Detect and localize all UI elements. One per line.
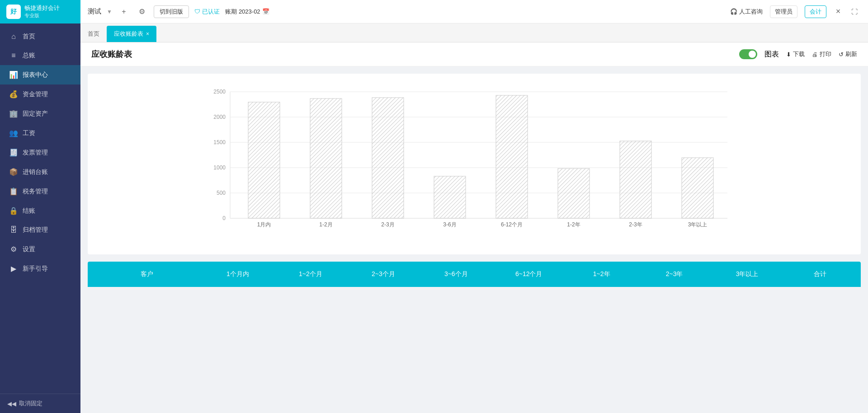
topbar-window-actions: × ⛶: [832, 5, 861, 18]
print-icon: 🖨: [812, 51, 818, 58]
chart-toggle[interactable]: [739, 49, 757, 59]
period-value: 2023-02: [239, 8, 260, 15]
topbar-right: 🎧 人工咨询 管理员 会计: [730, 5, 826, 18]
certified-label: 已认证: [202, 8, 220, 16]
chart-toggle-label: 图表: [764, 50, 779, 59]
close-window-button[interactable]: ×: [832, 5, 844, 18]
headset-icon: 🎧: [730, 8, 737, 15]
tab-home[interactable]: 首页: [80, 26, 107, 42]
nav-icon-assets: 🏢: [9, 109, 18, 118]
certified-badge: 🛡 已认证: [194, 8, 220, 16]
support-button[interactable]: 🎧 人工咨询: [730, 8, 763, 16]
nav-label-archive: 归档管理: [23, 226, 48, 234]
add-button[interactable]: +: [118, 5, 130, 18]
sidebar-item-invoice[interactable]: 🧾 发票管理: [0, 143, 80, 162]
bar-6-12月: [496, 95, 528, 218]
support-label: 人工咨询: [739, 8, 763, 16]
table-header-cell-4: 3~6个月: [420, 270, 492, 278]
aging-chart: 0 500 1000 1500 2000 2500 1月内: [97, 83, 852, 245]
sidebar-item-settings[interactable]: ⚙ 设置: [0, 239, 80, 259]
nav-label-settings: 设置: [23, 245, 35, 253]
sidebar-item-funds[interactable]: 💰 资金管理: [0, 84, 80, 104]
company-name: 测试: [88, 7, 101, 16]
table-header-cell-9: 合计: [783, 270, 856, 278]
bar-2-3月: [372, 98, 404, 218]
logo-area: 好 畅捷通好会计 专业版: [0, 0, 80, 23]
download-button[interactable]: ⬇ 下载: [786, 50, 805, 58]
table-header-cell-6: 1~2年: [565, 270, 638, 278]
print-button[interactable]: 🖨 打印: [812, 50, 831, 58]
tab-close-icon[interactable]: ×: [146, 31, 149, 37]
app-edition: 专业版: [24, 12, 60, 19]
expand-window-button[interactable]: ⛶: [848, 5, 861, 18]
download-icon: ⬇: [786, 51, 791, 58]
sidebar-item-ledger[interactable]: ≡ 总账: [0, 46, 80, 65]
shield-icon: 🛡: [194, 8, 200, 15]
sidebar: 好 畅捷通好会计 专业版 ⌂ 首页 ≡ 总账 📊 报表中心 💰 资金管理 🏢 固…: [0, 0, 80, 413]
svg-text:6-12个月: 6-12个月: [501, 221, 523, 228]
nav-icon-inventory: 📦: [9, 168, 18, 176]
nav-label-ledger: 总账: [23, 52, 35, 60]
table-header-cell-7: 2~3年: [638, 270, 711, 278]
sidebar-footer[interactable]: ◀◀ 取消固定: [0, 394, 80, 413]
sidebar-item-close[interactable]: 🔒 结账: [0, 201, 80, 221]
svg-text:0: 0: [222, 215, 226, 221]
print-label: 打印: [820, 50, 831, 58]
bar-1-2月: [310, 99, 342, 218]
nav-icon-invoice: 🧾: [9, 148, 18, 157]
svg-text:500: 500: [217, 190, 226, 196]
report-title: 应收账龄表: [91, 49, 132, 60]
role-button[interactable]: 会计: [805, 5, 826, 18]
nav-icon-ledger: ≡: [9, 52, 18, 60]
tab-home-label: 首页: [88, 30, 99, 38]
tab-aging-label: 应收账龄表: [114, 30, 143, 38]
table-header: 客户1个月内1~2个月2~3个月3~6个月6~12个月1~2年2~3年3年以上合…: [88, 262, 861, 287]
period-text-label: 账期: [225, 8, 237, 16]
logo-text: 畅捷通好会计 专业版: [24, 5, 60, 19]
sidebar-item-archive[interactable]: 🗄 归档管理: [0, 221, 80, 239]
svg-text:2000: 2000: [213, 114, 226, 120]
period-display: 账期 2023-02 📅: [225, 8, 269, 16]
table-header-cell-1: 1个月内: [201, 270, 274, 278]
nav-icon-funds: 💰: [9, 90, 18, 99]
nav-label-guide: 新手引导: [23, 265, 48, 273]
bar-3年以上: [682, 158, 713, 218]
svg-text:2-3年: 2-3年: [629, 221, 642, 228]
calendar-icon[interactable]: 📅: [262, 8, 269, 15]
nav-icon-close: 🔒: [9, 206, 18, 215]
svg-text:1-2月: 1-2月: [319, 221, 332, 228]
bar-1月内: [248, 102, 280, 218]
sidebar-item-payroll[interactable]: 👥 工资: [0, 123, 80, 143]
nav-label-inventory: 进销台账: [23, 168, 48, 176]
sidebar-item-guide[interactable]: ▶ 新手引导: [0, 259, 80, 278]
content-area: 应收账龄表 图表 ⬇ 下载 🖨 打印 ↺ 刷新: [80, 42, 868, 413]
nav-label-assets: 固定资产: [23, 110, 48, 118]
nav-label-payroll: 工资: [23, 129, 35, 137]
sidebar-item-tax[interactable]: 📋 税务管理: [0, 182, 80, 201]
refresh-label: 刷新: [845, 50, 857, 58]
nav-icon-archive: 🗄: [9, 226, 18, 234]
table-header-cell-2: 1~2个月: [274, 270, 347, 278]
company-dropdown-icon[interactable]: ▼: [107, 9, 112, 15]
nav-label-reports: 报表中心: [23, 71, 48, 79]
nav-label-close: 结账: [23, 207, 35, 215]
bar-2-3年: [620, 141, 651, 218]
svg-text:3年以上: 3年以上: [688, 221, 708, 228]
nav-icon-tax: 📋: [9, 187, 18, 196]
sidebar-item-reports[interactable]: 📊 报表中心: [0, 65, 80, 84]
refresh-button[interactable]: ↺ 刷新: [839, 50, 857, 58]
old-version-button[interactable]: 切到旧版: [154, 5, 189, 18]
settings-button[interactable]: ⚙: [136, 5, 148, 18]
chart-section: 0 500 1000 1500 2000 2500 1月内: [88, 74, 861, 254]
tab-aging[interactable]: 应收账龄表 ×: [107, 26, 156, 42]
report-header: 应收账龄表 图表 ⬇ 下载 🖨 打印 ↺ 刷新: [80, 42, 868, 66]
sidebar-item-assets[interactable]: 🏢 固定资产: [0, 104, 80, 123]
sidebar-item-inventory[interactable]: 📦 进销台账: [0, 162, 80, 182]
refresh-icon: ↺: [839, 51, 844, 58]
topbar: 测试 ▼ + ⚙ 切到旧版 🛡 已认证 账期 2023-02 📅 🎧 人工咨询 …: [80, 0, 868, 23]
main-area: 测试 ▼ + ⚙ 切到旧版 🛡 已认证 账期 2023-02 📅 🎧 人工咨询 …: [80, 0, 868, 413]
sidebar-item-home[interactable]: ⌂ 首页: [0, 27, 80, 46]
svg-text:1500: 1500: [213, 139, 226, 145]
admin-button[interactable]: 管理员: [770, 5, 797, 18]
table-header-cell-0: 客户: [92, 270, 201, 278]
